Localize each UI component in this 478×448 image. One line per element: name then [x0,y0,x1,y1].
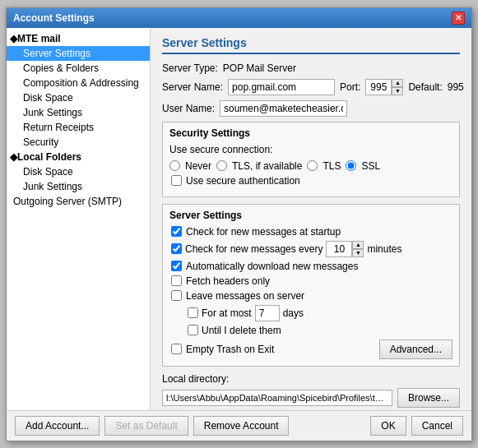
radio-tls-available[interactable] [216,160,227,171]
radio-ssl[interactable] [346,160,356,171]
check-every-row: Check for new messages every ▲ ▼ minutes [169,241,452,257]
sidebar-item-server-settings[interactable]: Server Settings [7,46,150,61]
sidebar-item-local-junk-settings[interactable]: Junk Settings [7,179,150,194]
server-type-row: Server Type: POP Mail Server [162,62,460,74]
auto-download-row: Automatically download new messages [169,261,452,272]
port-spin-buttons: ▲ ▼ [392,79,403,95]
minutes-label: minutes [367,243,401,255]
fetch-headers-row: Fetch headers only [169,275,452,287]
content-area: ◆MTE mail Server Settings Copies & Folde… [7,28,471,410]
empty-trash-checkbox[interactable] [171,344,182,354]
username-input[interactable] [220,100,347,117]
sidebar-item-junk-settings[interactable]: Junk Settings [7,105,150,120]
sidebar-item-composition[interactable]: Composition & Addressing [7,76,150,90]
sidebar-item-local-disk-space[interactable]: Disk Space [7,164,150,179]
radio-never[interactable] [169,160,180,171]
leave-messages-row: Leave messages on server [169,290,452,302]
close-button[interactable]: ✕ [452,12,465,25]
for-at-most-label: For at most [202,307,252,319]
sidebar-item-outgoing-smtp[interactable]: Outgoing Server (SMTP) [7,194,150,209]
fetch-headers-checkbox[interactable] [171,275,182,286]
check-every-label: Check for new messages every [185,243,323,255]
leave-messages-checkbox[interactable] [171,290,182,301]
check-every-spin-buttons: ▲ ▼ [352,241,364,257]
empty-trash-label: Empty Trash on Exit [186,344,274,355]
check-every-spinner: ▲ ▼ [326,241,364,257]
empty-trash-row: Empty Trash on Exit [169,344,274,355]
use-secure-label: Use secure connection: [169,144,272,155]
for-at-most-checkbox[interactable] [188,307,198,318]
sidebar-item-disk-space[interactable]: Disk Space [7,90,150,105]
window-title: Account Settings [13,12,95,24]
set-default-button[interactable]: Set as Default [104,416,188,436]
auto-download-checkbox[interactable] [171,261,182,271]
ssl-label: SSL [361,160,380,172]
check-startup-label: Check for new messages at startup [186,226,341,238]
until-delete-label: Until I delete them [202,325,281,336]
server-type-label: Server Type: [162,62,218,74]
server-name-row: Server Name: Port: ▲ ▼ Default: 995 [162,79,460,95]
tls-available-label: TLS, if available [232,160,302,172]
empty-trash-advanced-row: Empty Trash on Exit Advanced... [169,339,452,359]
username-label: User Name: [162,103,215,114]
local-dir-input[interactable] [162,390,392,406]
local-dir-row: Browse... [162,388,460,408]
advanced-button[interactable]: Advanced... [379,339,452,359]
local-dir-section: Local directory: Browse... [162,373,460,408]
auto-download-label: Automatically download new messages [186,261,358,272]
fetch-headers-label: Fetch headers only [186,275,270,287]
until-delete-row: Until I delete them [169,325,452,336]
security-section-title: Security Settings [169,127,452,139]
tls-label: TLS [323,160,341,172]
default-label: Default: [408,81,442,93]
account-settings-window: Account Settings ✕ ◆MTE mail Server Sett… [6,7,472,441]
sidebar-item-copies-folders[interactable]: Copies & Folders [7,61,150,76]
radio-tls[interactable] [307,160,318,171]
use-secure-auth-row: Use secure authentication [169,175,452,187]
remove-account-button[interactable]: Remove Account [193,416,290,436]
sidebar: ◆MTE mail Server Settings Copies & Folde… [7,28,151,410]
ok-button[interactable]: OK [370,416,406,436]
port-spin-up[interactable]: ▲ [392,79,403,87]
days-input[interactable] [255,305,280,321]
browse-button[interactable]: Browse... [397,388,460,408]
cancel-button[interactable]: Cancel [411,416,463,436]
add-account-button[interactable]: Add Account... [15,416,100,436]
default-value: 995 [448,81,464,93]
leave-messages-label: Leave messages on server [186,290,304,302]
port-label: Port: [340,81,360,93]
bottom-left-buttons: Add Account... Set as Default Remove Acc… [15,416,289,436]
server-settings-section: Server Settings Check for new messages a… [162,204,460,367]
check-every-spin-up[interactable]: ▲ [352,241,364,249]
days-label: days [283,307,304,319]
security-settings-section: Security Settings Use secure connection:… [162,122,460,197]
check-every-spin-down[interactable]: ▼ [352,249,364,257]
never-label: Never [185,160,211,172]
server-settings-section-title: Server Settings [169,210,452,221]
check-every-input[interactable] [326,241,352,257]
check-startup-row: Check for new messages at startup [169,226,452,238]
panel-title: Server Settings [162,36,460,54]
server-name-label: Server Name: [162,81,223,93]
sidebar-item-return-receipts[interactable]: Return Receipts [7,120,150,135]
secure-connection-radios: Never TLS, if available TLS SSL [169,160,452,172]
use-secure-auth-label: Use secure authentication [186,175,300,187]
username-row: User Name: [162,100,460,117]
title-bar: Account Settings ✕ [7,8,471,28]
port-input[interactable] [365,79,392,95]
sidebar-mte-header[interactable]: ◆MTE mail [7,31,150,46]
sidebar-item-security[interactable]: Security [7,135,150,150]
use-secure-row: Use secure connection: [169,144,452,155]
check-startup-checkbox[interactable] [171,226,182,237]
use-secure-auth-checkbox[interactable] [171,175,182,186]
check-every-checkbox[interactable] [171,243,182,254]
server-name-input[interactable] [228,79,335,95]
for-at-most-row: For at most days [169,305,452,321]
port-spinner: ▲ ▼ [365,79,403,95]
until-delete-checkbox[interactable] [188,325,198,335]
bottom-right-buttons: OK Cancel [370,416,463,436]
main-panel: Server Settings Server Type: POP Mail Se… [151,28,471,410]
port-spin-down[interactable]: ▼ [392,87,403,95]
bottom-bar: Add Account... Set as Default Remove Acc… [7,410,471,441]
sidebar-local-folders-header[interactable]: ◆Local Folders [7,150,150,164]
